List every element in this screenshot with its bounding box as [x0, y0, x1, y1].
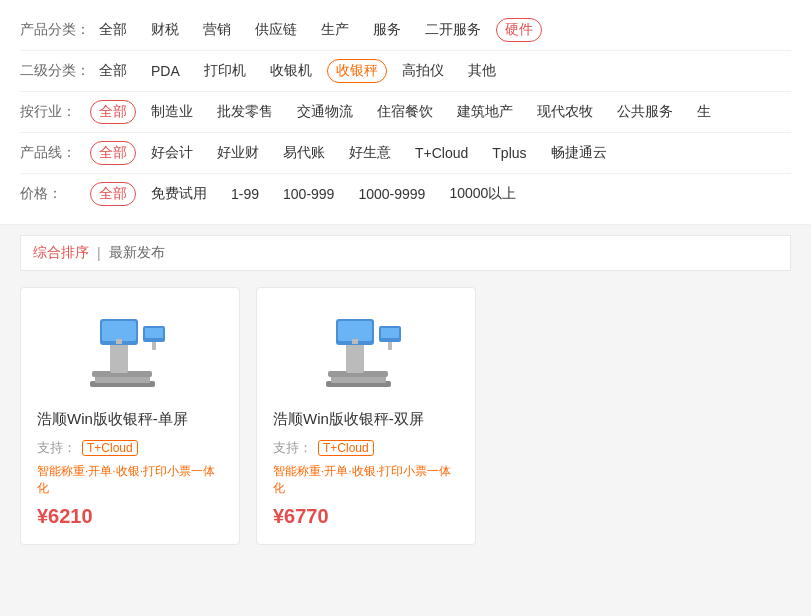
- svg-rect-15: [338, 321, 372, 341]
- category-all[interactable]: 全部: [90, 18, 136, 42]
- product-price-1: ¥6210: [37, 505, 223, 528]
- industry-transport[interactable]: 交通物流: [288, 100, 362, 124]
- industry-filter-row: 按行业： 全部 制造业 批发零售 交通物流 住宿餐饮 建筑地产 现代农牧 公共服…: [20, 92, 791, 133]
- industry-public[interactable]: 公共服务: [608, 100, 682, 124]
- subcategory-label: 二级分类：: [20, 62, 90, 80]
- productline-hyc[interactable]: 好业财: [208, 141, 268, 165]
- product-card-1[interactable]: 浩顺Win版收银秤-单屏 支持： T+Cloud 智能称重·开单·收银·打印小票…: [20, 287, 240, 545]
- category-items: 全部 财税 营销 供应链 生产 服务 二开服务 硬件: [90, 18, 542, 42]
- industry-bio[interactable]: 生: [688, 100, 720, 124]
- svg-rect-5: [102, 321, 136, 341]
- productline-ydz[interactable]: 易代账: [274, 141, 334, 165]
- svg-rect-6: [116, 339, 122, 344]
- industry-hospitality[interactable]: 住宿餐饮: [368, 100, 442, 124]
- category-label: 产品分类：: [20, 21, 90, 39]
- subcategory-all[interactable]: 全部: [90, 59, 136, 83]
- svg-rect-8: [145, 328, 163, 338]
- price-10000plus[interactable]: 10000以上: [440, 182, 525, 206]
- price-label: 价格：: [20, 185, 90, 203]
- svg-rect-11: [331, 376, 386, 383]
- svg-rect-9: [152, 342, 156, 350]
- category-production[interactable]: 生产: [312, 18, 358, 42]
- price-filter-row: 价格： 全部 免费试用 1-99 100-999 1000-9999 10000…: [20, 174, 791, 214]
- svg-rect-16: [352, 339, 358, 344]
- price-1-99[interactable]: 1-99: [222, 183, 268, 205]
- productline-all[interactable]: 全部: [90, 141, 136, 165]
- product-desc-2: 智能称重·开单·收银·打印小票一体化: [273, 463, 459, 497]
- subcategory-cashregister[interactable]: 收银机: [261, 59, 321, 83]
- productline-hkj[interactable]: 好会计: [142, 141, 202, 165]
- product-image-2: [273, 308, 459, 398]
- sort-divider: |: [97, 245, 101, 261]
- subcategory-pda[interactable]: PDA: [142, 60, 189, 82]
- industry-manufacturing[interactable]: 制造业: [142, 100, 202, 124]
- category-hardware[interactable]: 硬件: [496, 18, 542, 42]
- product-card-2[interactable]: 浩顺Win版收银秤-双屏 支持： T+Cloud 智能称重·开单·收银·打印小票…: [256, 287, 476, 545]
- industry-agriculture[interactable]: 现代农牧: [528, 100, 602, 124]
- svg-rect-1: [95, 376, 150, 383]
- category-open[interactable]: 二开服务: [416, 18, 490, 42]
- subcategory-printer[interactable]: 打印机: [195, 59, 255, 83]
- svg-rect-19: [388, 342, 392, 350]
- price-items: 全部 免费试用 1-99 100-999 1000-9999 10000以上: [90, 182, 525, 206]
- support-label-2: 支持：: [273, 439, 312, 457]
- product-image-1: [37, 308, 223, 398]
- productline-hss[interactable]: 好生意: [340, 141, 400, 165]
- sort-bar: 综合排序 | 最新发布: [20, 235, 791, 271]
- product-grid: 浩顺Win版收银秤-单屏 支持： T+Cloud 智能称重·开单·收银·打印小票…: [0, 271, 811, 561]
- category-filter-row: 产品分类： 全部 财税 营销 供应链 生产 服务 二开服务 硬件: [20, 10, 791, 51]
- productline-label: 产品线：: [20, 144, 90, 162]
- product-support-2: 支持： T+Cloud: [273, 439, 459, 457]
- product-name-1: 浩顺Win版收银秤-单屏: [37, 410, 223, 429]
- category-marketing[interactable]: 营销: [194, 18, 240, 42]
- productline-jjty[interactable]: 畅捷通云: [542, 141, 616, 165]
- product-name-2: 浩顺Win版收银秤-双屏: [273, 410, 459, 429]
- subcategory-highcam[interactable]: 高拍仪: [393, 59, 453, 83]
- industry-all[interactable]: 全部: [90, 100, 136, 124]
- industry-construction[interactable]: 建筑地产: [448, 100, 522, 124]
- svg-rect-18: [381, 328, 399, 338]
- sort-latest[interactable]: 最新发布: [109, 244, 165, 262]
- productline-tcloud[interactable]: T+Cloud: [406, 142, 477, 164]
- filter-section: 产品分类： 全部 财税 营销 供应链 生产 服务 二开服务 硬件 二级分类： 全…: [0, 0, 811, 225]
- price-free[interactable]: 免费试用: [142, 182, 216, 206]
- productline-tplus[interactable]: Tplus: [483, 142, 535, 164]
- support-tag-1: T+Cloud: [82, 440, 138, 456]
- support-label-1: 支持：: [37, 439, 76, 457]
- product-support-1: 支持： T+Cloud: [37, 439, 223, 457]
- svg-rect-13: [346, 341, 364, 373]
- industry-label: 按行业：: [20, 103, 90, 121]
- industry-wholesale[interactable]: 批发零售: [208, 100, 282, 124]
- subcategory-filter-row: 二级分类： 全部 PDA 打印机 收银机 收银秤 高拍仪 其他: [20, 51, 791, 92]
- industry-items: 全部 制造业 批发零售 交通物流 住宿餐饮 建筑地产 现代农牧 公共服务 生: [90, 100, 720, 124]
- subcategory-cashscale[interactable]: 收银秤: [327, 59, 387, 83]
- sort-comprehensive[interactable]: 综合排序: [33, 244, 89, 262]
- subcategory-other[interactable]: 其他: [459, 59, 505, 83]
- category-service[interactable]: 服务: [364, 18, 410, 42]
- category-supply[interactable]: 供应链: [246, 18, 306, 42]
- product-desc-1: 智能称重·开单·收银·打印小票一体化: [37, 463, 223, 497]
- price-100-999[interactable]: 100-999: [274, 183, 343, 205]
- category-finance[interactable]: 财税: [142, 18, 188, 42]
- pos-machine-icon-2: [316, 311, 416, 396]
- subcategory-items: 全部 PDA 打印机 收银机 收银秤 高拍仪 其他: [90, 59, 505, 83]
- price-all[interactable]: 全部: [90, 182, 136, 206]
- svg-rect-3: [110, 341, 128, 373]
- price-1000-9999[interactable]: 1000-9999: [349, 183, 434, 205]
- support-tag-2: T+Cloud: [318, 440, 374, 456]
- product-price-2: ¥6770: [273, 505, 459, 528]
- pos-machine-icon-1: [80, 311, 180, 396]
- productline-filter-row: 产品线： 全部 好会计 好业财 易代账 好生意 T+Cloud Tplus 畅捷…: [20, 133, 791, 174]
- productline-items: 全部 好会计 好业财 易代账 好生意 T+Cloud Tplus 畅捷通云: [90, 141, 616, 165]
